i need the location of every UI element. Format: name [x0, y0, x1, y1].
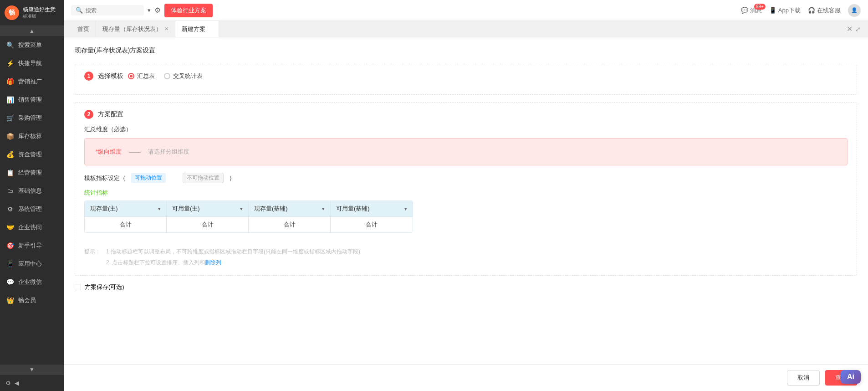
tab-home[interactable]: 首页 — [71, 21, 96, 37]
table-col-cell-2: 合计 — [249, 217, 330, 232]
sidebar-item-finance[interactable]: 💰 资金管理 — [0, 145, 64, 164]
step2-badge: 2 — [84, 110, 93, 119]
table-col-2: 现存量(基辅) ▾ 合计 — [249, 201, 331, 232]
member-icon: 👑 — [5, 296, 15, 305]
messages-badge[interactable]: 💬 消息 99+ — [741, 6, 762, 15]
col-header-text: 可用量(主) — [172, 205, 200, 213]
content-area: 现存量(库存状况表)方案设置 1 选择模板 汇总表 交叉统计表 — [64, 37, 868, 391]
sidebar-item-search[interactable]: 🔍 搜索菜单 — [0, 36, 64, 54]
phone-icon: 📱 — [769, 7, 776, 14]
topbar-search-box[interactable]: 🔍 — [71, 5, 144, 15]
delete-col-link[interactable]: 删除列 — [205, 259, 221, 266]
search-icon: 🔍 — [76, 7, 83, 14]
radio-summary-dot — [128, 73, 134, 79]
table-header-row: 现存量(主) ▾ 合计 可用量(主) ▾ 合计 — [85, 201, 413, 232]
sidebar-item-business[interactable]: 📋 经营管理 — [0, 164, 64, 182]
chevron-down-icon[interactable]: ▾ — [240, 206, 243, 212]
collapse-icon[interactable]: ◀ — [15, 380, 19, 386]
sidebar-item-system[interactable]: ⚙ 系统管理 — [0, 200, 64, 218]
sidebar-item-label: 系统管理 — [18, 205, 42, 213]
sidebar-item-coop[interactable]: 🤝 企业协同 — [0, 218, 64, 237]
ai-badge[interactable]: Ai — [841, 370, 861, 384]
expand-icon[interactable]: ⤢ — [855, 26, 861, 33]
bottom-bar: 取消 查询 — [64, 364, 868, 391]
chevron-down-icon: ▾ — [148, 7, 151, 14]
sidebar-item-label: 基础信息 — [18, 187, 42, 195]
draggable-badge: 可拖动位置 — [131, 173, 166, 183]
radio-cross[interactable]: 交叉统计表 — [164, 72, 203, 80]
tab-inventory[interactable]: 现存量（库存状况表） ✕ — [96, 21, 175, 37]
topbar-dropdown[interactable]: ▾ — [148, 7, 151, 14]
sidebar-scroll-down[interactable]: ▼ — [0, 365, 64, 375]
sidebar-nav: 🔍 搜索菜单 ⚡ 快捷导航 🎁 营销推广 📊 销售管理 🛒 采购管理 📦 库存核… — [0, 36, 64, 365]
stats-label: 统计指标 — [84, 189, 848, 197]
chevron-down-icon[interactable]: ▾ — [404, 206, 407, 212]
aggregate-dim-label: 汇总维度（必选） — [84, 125, 848, 134]
radio-summary[interactable]: 汇总表 — [128, 72, 155, 80]
table-col-1: 可用量(主) ▾ 合计 — [167, 201, 249, 232]
close-panel-icon[interactable]: ✕ — [847, 25, 853, 33]
sidebar-scroll-up[interactable]: ▲ — [0, 26, 64, 36]
sidebar-item-apps[interactable]: 📱 应用中心 — [0, 255, 64, 273]
sidebar-item-basic[interactable]: 🗂 基础信息 — [0, 182, 64, 200]
industry-btn[interactable]: 体验行业方案 — [164, 4, 213, 17]
sidebar-item-guide[interactable]: 🎯 新手引导 — [0, 237, 64, 255]
page-title: 现存量(库存状况表)方案设置 — [75, 46, 857, 55]
tab-close-icon[interactable]: ✕ — [208, 26, 212, 32]
sidebar-item-purchase[interactable]: 🛒 采购管理 — [0, 109, 64, 127]
table-col-cell-1: 合计 — [167, 217, 248, 232]
message-icon: 💬 — [741, 7, 748, 14]
wechat-icon: 💬 — [5, 278, 15, 287]
chevron-down-icon[interactable]: ▾ — [322, 206, 325, 212]
app-download-link[interactable]: 📱 App下载 — [769, 6, 801, 15]
step2-header: 2 方案配置 — [84, 110, 848, 119]
online-service-link[interactable]: 🎧 在线客服 — [808, 6, 841, 15]
search-input[interactable] — [86, 7, 131, 14]
gear-icon[interactable]: ⚙ — [154, 6, 161, 15]
non-draggable-badge: 不可拖动位置 — [183, 173, 224, 183]
dimension-box[interactable]: *纵向维度 —— 请选择分组维度 — [84, 138, 848, 165]
step1-section: 1 选择模板 汇总表 交叉统计表 — [75, 64, 857, 95]
tab-label: 现存量（库存状况表） — [102, 25, 162, 33]
settings-icon[interactable]: ⚙ — [5, 380, 11, 386]
sidebar-item-wechat[interactable]: 💬 企业微信 — [0, 273, 64, 291]
cancel-button[interactable]: 取消 — [787, 370, 820, 386]
sidebar-item-label: 资金管理 — [18, 150, 42, 159]
user-avatar[interactable]: 👤 — [848, 4, 861, 17]
col-header-text: 现存量(基辅) — [254, 205, 288, 213]
sidebar-item-sales[interactable]: 📊 销售管理 — [0, 91, 64, 109]
save-checkbox[interactable] — [75, 284, 81, 290]
step2-section: 2 方案配置 汇总维度（必选） *纵向维度 —— 请选择分组维度 模板指标设定（… — [75, 102, 857, 276]
sidebar-footer: ⚙ ◀ — [0, 375, 64, 391]
table-col-header-1[interactable]: 可用量(主) ▾ — [167, 201, 248, 217]
indicator-setting-row: 模板指标设定（ 可拖动位置 不可拖动位置 ） — [84, 173, 848, 183]
tab-bar: 首页 现存量（库存状况表） ✕ 新建方案 ✕ ✕ ⤢ — [64, 21, 868, 37]
tab-new-plan[interactable]: 新建方案 ✕ — [175, 21, 219, 37]
table-col-header-2[interactable]: 现存量(基辅) ▾ — [249, 201, 330, 217]
chevron-down-icon[interactable]: ▾ — [158, 206, 161, 212]
topbar: 🔍 ▾ ⚙ 体验行业方案 💬 消息 99+ 📱 App下载 🎧 在线客服 — [64, 0, 868, 21]
radio-summary-label: 汇总表 — [137, 72, 155, 80]
radio-cross-label: 交叉统计表 — [173, 72, 203, 80]
sidebar: 畅 畅康通好生意 标准版 ▲ 🔍 搜索菜单 ⚡ 快捷导航 🎁 营销推广 📊 销售… — [0, 0, 64, 391]
sidebar-item-quicknav[interactable]: ⚡ 快捷导航 — [0, 54, 64, 72]
table-col-header-3[interactable]: 可用量(基辅) ▾ — [331, 201, 413, 217]
sidebar-item-marketing[interactable]: 🎁 营销推广 — [0, 72, 64, 91]
template-radio-group: 汇总表 交叉统计表 — [128, 72, 203, 80]
tab-header-actions: ✕ ⤢ — [847, 25, 861, 33]
sidebar-item-label: 销售管理 — [18, 96, 42, 104]
sidebar-item-label: 企业微信 — [18, 278, 42, 286]
table-col-header-0[interactable]: 现存量(主) ▾ — [85, 201, 166, 217]
search-icon: 🔍 — [5, 41, 15, 50]
topbar-left: 🔍 ▾ ⚙ 体验行业方案 — [71, 4, 735, 17]
sidebar-item-member[interactable]: 👑 畅会员 — [0, 291, 64, 309]
finance-icon: 💰 — [5, 150, 15, 159]
indicator-setting-prefix: 模板指标设定（ — [84, 174, 126, 182]
marketing-icon: 🎁 — [5, 77, 15, 86]
purchase-icon: 🛒 — [5, 113, 15, 123]
sidebar-item-label: 经营管理 — [18, 169, 42, 177]
tab-close-icon[interactable]: ✕ — [164, 26, 168, 32]
vertical-dim-label: *纵向维度 — [96, 148, 122, 156]
sidebar-item-inventory[interactable]: 📦 库存核算 — [0, 127, 64, 145]
coop-icon: 🤝 — [5, 223, 15, 232]
